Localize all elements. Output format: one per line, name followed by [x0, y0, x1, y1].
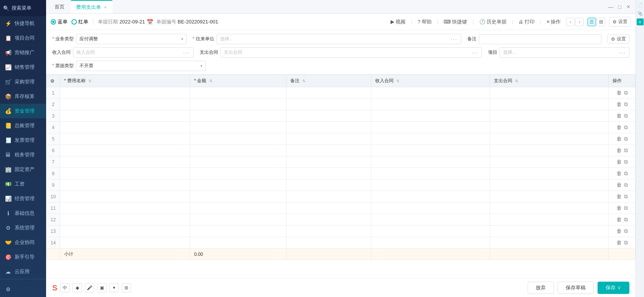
tab-expense-bill-close[interactable]: ×: [103, 5, 107, 10]
brand-icon-2[interactable]: ◆: [73, 283, 82, 292]
row-4-delete-icon[interactable]: 🗑: [616, 124, 622, 131]
sidebar-item-operations[interactable]: 📊 经营管理: [0, 191, 46, 206]
row-1-copy-icon[interactable]: ⧉: [624, 90, 628, 96]
row-5-amount[interactable]: [190, 133, 286, 145]
sidebar-item-cloud-apps[interactable]: ☁ 云应用: [0, 264, 46, 279]
row-5-expense-name[interactable]: [60, 133, 190, 145]
row-6-expense-contract[interactable]: [490, 145, 608, 156]
th-notes[interactable]: 备注 ⇅: [286, 75, 371, 87]
sidebar-item-fixed-assets[interactable]: 🏢 固定资产: [0, 162, 46, 177]
settings-btn[interactable]: ⚙ 设置: [609, 17, 631, 27]
row-13-delete-icon[interactable]: 🗑: [616, 228, 622, 234]
row-3-copy-icon[interactable]: ⧉: [624, 113, 628, 119]
row-3-delete-icon[interactable]: 🗑: [616, 113, 622, 119]
sidebar-item-sales[interactable]: 📈 销售管理: [0, 60, 46, 75]
sidebar-item-quick-nav[interactable]: ⚡ 快捷导航: [0, 16, 46, 31]
sidebar-item-accounting[interactable]: 📒 总账管理: [0, 118, 46, 133]
row-6-copy-icon[interactable]: ⧉: [624, 147, 628, 154]
row-4-income-contract[interactable]: [371, 122, 490, 133]
row-3-expense-name[interactable]: [60, 110, 190, 122]
sidebar-item-purchase[interactable]: 🛒 采购管理: [0, 75, 46, 89]
income-contract-input[interactable]: 收入合同 ···: [73, 47, 194, 58]
row-3-notes[interactable]: [286, 110, 371, 122]
th-expense-contract[interactable]: 支出合同 ⇅: [490, 75, 608, 87]
row-6-delete-icon[interactable]: 🗑: [616, 147, 622, 154]
window-minimize[interactable]: —: [606, 3, 615, 11]
row-2-notes[interactable]: [286, 99, 371, 110]
row-5-copy-icon[interactable]: ⧉: [624, 136, 628, 142]
sidebar-item-tax[interactable]: 🏛 税务管理: [0, 148, 46, 162]
discard-button[interactable]: 放弃: [528, 282, 554, 294]
row-6-income-contract[interactable]: [371, 145, 490, 156]
brand-icon-6[interactable]: ⊞: [122, 283, 131, 292]
history-btn[interactable]: 🕐 历史单据: [478, 18, 508, 26]
save-button[interactable]: 保存 ∨: [598, 282, 629, 294]
row-1-expense-contract[interactable]: [490, 87, 608, 99]
row-10-notes[interactable]: [286, 191, 371, 202]
row-4-notes[interactable]: [286, 122, 371, 133]
row-1-amount[interactable]: [190, 87, 286, 99]
row-9-amount[interactable]: [190, 179, 286, 191]
business-type-input[interactable]: 应付调整 ▾: [76, 34, 186, 44]
row-10-expense-contract[interactable]: [490, 191, 608, 202]
row-12-notes[interactable]: [286, 214, 371, 226]
window-maximize[interactable]: □: [616, 3, 622, 11]
sidebar-item-settings[interactable]: ⚙: [0, 282, 46, 296]
row-7-expense-contract[interactable]: [490, 156, 608, 168]
blue-bill-radio[interactable]: 蓝单: [51, 18, 68, 25]
row-7-delete-icon[interactable]: 🗑: [616, 159, 622, 165]
row-7-amount[interactable]: [190, 156, 286, 168]
row-10-copy-icon[interactable]: ⧉: [624, 193, 628, 200]
row-4-copy-icon[interactable]: ⧉: [624, 124, 628, 131]
row-2-expense-contract[interactable]: [490, 99, 608, 110]
row-4-expense-name[interactable]: [60, 122, 190, 133]
row-7-notes[interactable]: [286, 156, 371, 168]
save-draft-button[interactable]: 保存草稿: [558, 282, 594, 294]
row-11-income-contract[interactable]: [371, 202, 490, 214]
row-12-expense-name[interactable]: [60, 214, 190, 226]
row-1-expense-name[interactable]: [60, 87, 190, 99]
row-2-income-contract[interactable]: [371, 99, 490, 110]
window-close[interactable]: ×: [624, 3, 632, 11]
row-14-copy-icon[interactable]: ⧉: [624, 239, 628, 246]
table-config-col[interactable]: ⚙: [46, 75, 60, 87]
row-11-delete-icon[interactable]: 🗑: [616, 205, 622, 211]
row-10-expense-name[interactable]: [60, 191, 190, 202]
row-3-expense-contract[interactable]: [490, 110, 608, 122]
sidebar-item-project-contract[interactable]: 📋 项目合同: [0, 31, 46, 45]
sidebar-item-inventory[interactable]: 📦 库存核算: [0, 89, 46, 104]
row-3-income-contract[interactable]: [371, 110, 490, 122]
operations-btn[interactable]: ≡ 操作: [545, 18, 562, 26]
row-1-notes[interactable]: [286, 87, 371, 99]
counterparty-input[interactable]: 选择... ···: [217, 34, 461, 44]
row-1-income-contract[interactable]: [371, 87, 490, 99]
right-panel-item-2[interactable]: 📎: [637, 10, 644, 17]
th-amount[interactable]: * 金额 ⇅: [190, 75, 286, 87]
row-9-copy-icon[interactable]: ⧉: [624, 182, 628, 188]
sidebar-item-system[interactable]: ⚙ 系统管理: [0, 221, 46, 235]
row-9-delete-icon[interactable]: 🗑: [616, 182, 622, 188]
row-9-notes[interactable]: [286, 179, 371, 191]
row-8-expense-contract[interactable]: [490, 168, 608, 179]
row-13-notes[interactable]: [286, 226, 371, 237]
list-view-icon[interactable]: ☰: [588, 18, 596, 26]
row-10-amount[interactable]: [190, 191, 286, 202]
print-btn[interactable]: 🖨 打印: [517, 18, 536, 26]
row-11-expense-name[interactable]: [60, 202, 190, 214]
row-8-expense-name[interactable]: [60, 168, 190, 179]
notes-input[interactable]: [479, 34, 602, 44]
row-14-expense-contract[interactable]: [490, 237, 608, 249]
row-6-amount[interactable]: [190, 145, 286, 156]
expense-contract-input[interactable]: 支出合同 ···: [220, 47, 482, 58]
grid-view-icon[interactable]: ⊞: [597, 18, 605, 26]
row-7-income-contract[interactable]: [371, 156, 490, 168]
brand-icon-3[interactable]: 🎤: [85, 283, 94, 292]
prev-arrow[interactable]: ‹: [566, 18, 574, 26]
row-11-expense-contract[interactable]: [490, 202, 608, 214]
red-bill-radio[interactable]: 红单: [71, 18, 88, 25]
sidebar-search[interactable]: 🔍 搜索菜单: [0, 0, 46, 16]
row-2-amount[interactable]: [190, 99, 286, 110]
row-14-delete-icon[interactable]: 🗑: [616, 239, 622, 246]
sidebar-item-salary[interactable]: 💵 工资: [0, 177, 46, 191]
row-8-copy-icon[interactable]: ⧉: [624, 170, 628, 177]
